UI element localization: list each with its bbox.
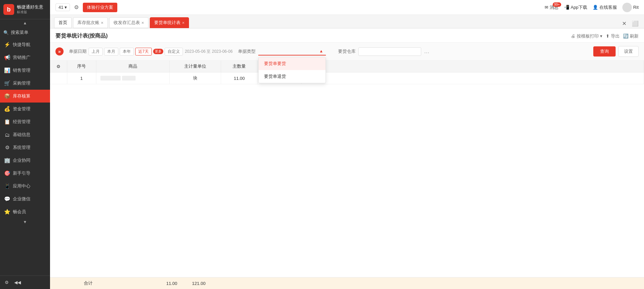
service-icon: 👤 — [593, 5, 598, 10]
table-header-row: ⚙ 序号 商品 主计量单位 主数量 零售金额 — [50, 61, 644, 72]
date-range-display: 2023-05-06 至 2023-06-06 — [185, 49, 233, 54]
dropdown-item-order-return[interactable]: 要货单退货 — [259, 70, 326, 83]
row-no: 1 — [67, 72, 96, 84]
sidebar-item-label: 企业微信 — [13, 196, 30, 202]
warehouse-more-btn[interactable]: … — [424, 48, 429, 54]
sidebar-item-label: 采购管理 — [13, 80, 30, 86]
sidebar-item-inventory[interactable]: 📦 库存核算 — [0, 90, 50, 103]
date-btn-last-7-days[interactable]: 近7天 — [135, 48, 152, 55]
sidebar-item-operations[interactable]: 📋 经营管理 — [0, 115, 50, 128]
sidebar-search[interactable]: 🔍 搜索菜单 — [0, 27, 50, 38]
print-label: 按模板打印 — [577, 33, 599, 39]
user-profile[interactable]: Rit — [622, 3, 639, 12]
wechat-icon: 💬 — [4, 196, 10, 202]
tab-home[interactable]: 首页 — [54, 17, 72, 28]
table-container: ⚙ 序号 商品 主计量单位 主数量 零售金额 1 — [50, 61, 644, 277]
sidebar-item-guide[interactable]: 🎯 新手引导 — [0, 167, 50, 180]
settings-button[interactable]: 设置 — [618, 46, 639, 57]
query-button[interactable]: 查询 — [593, 46, 616, 57]
close-tab-action[interactable]: ✕ — [621, 19, 628, 28]
brand-sub: 标准版 — [17, 10, 43, 15]
footer-label: 合计 — [84, 281, 93, 286]
sidebar-item-label: 企业协同 — [13, 157, 30, 163]
sidebar-item-quick-nav[interactable]: ⚡ 快捷导航 — [0, 38, 50, 51]
sidebar-item-label: 资金管理 — [13, 106, 30, 112]
date-btn-last-month[interactable]: 上月 — [89, 48, 103, 55]
close-tab-order-summary[interactable]: ✕ — [182, 21, 185, 25]
sidebar-item-label: 新手引导 — [13, 170, 30, 176]
sidebar-item-label: 基础信息 — [13, 132, 30, 138]
page-header: 要货单统计表(按商品) 🖨 按模板打印 ▾ ⬆ 导出 🔄 刷新 — [50, 28, 644, 43]
tab-batch-account[interactable]: 库存批次账 ✕ — [73, 17, 108, 28]
org-selector[interactable]: 41 ▾ — [55, 3, 70, 11]
refresh-button[interactable]: 🔄 刷新 — [623, 33, 639, 39]
filter-toggle-btn[interactable]: » — [55, 47, 64, 55]
sidebar-item-system[interactable]: ⚙ 系统管理 — [0, 141, 50, 154]
app-download-action[interactable]: 📲 App下载 — [564, 4, 587, 10]
sidebar-item-basic[interactable]: 🗂 基础信息 — [0, 128, 50, 141]
col-settings[interactable]: ⚙ — [50, 61, 67, 72]
trial-button[interactable]: 体验行业方案 — [83, 3, 117, 12]
tab-order-summary-label: 要货单统计表 — [154, 20, 181, 26]
page-title: 要货单统计表(按商品) — [55, 32, 108, 40]
system-icon: ⚙ — [4, 144, 10, 151]
print-button[interactable]: 🖨 按模板打印 ▾ — [571, 33, 602, 39]
refresh-label: 刷新 — [630, 33, 639, 39]
tab-receive-summary-label: 收发存汇总表 — [114, 20, 140, 26]
warehouse-input[interactable] — [358, 47, 421, 56]
sidebar: b 畅捷通好生意 标准版 ▲ 🔍 搜索菜单 ⚡ 快捷导航 📢 营销推广 📊 销售… — [0, 0, 50, 289]
header-settings-icon[interactable]: ⚙ — [74, 4, 79, 10]
sidebar-collapse-btn[interactable]: ◀◀ — [13, 279, 22, 286]
close-tab-receive-summary[interactable]: ✕ — [141, 21, 144, 25]
close-tab-batch-account[interactable]: ✕ — [101, 21, 103, 25]
sidebar-logo: b 畅捷通好生意 标准版 — [0, 0, 50, 19]
sidebar-item-label: 库存核算 — [13, 93, 30, 99]
sidebar-item-finance[interactable]: 💰 资金管理 — [0, 103, 50, 115]
dropdown-item-order-goods[interactable]: 要货单要货 — [259, 57, 326, 70]
sidebar-item-wechat[interactable]: 💬 企业微信 — [0, 193, 50, 205]
type-select[interactable]: ▲ — [258, 47, 326, 55]
org-name: 41 — [58, 5, 63, 10]
basic-icon: 🗂 — [4, 132, 10, 138]
print-icon: 🖨 — [571, 34, 575, 39]
sidebar-settings-btn[interactable]: ⚙ — [3, 279, 10, 286]
sidebar-scroll-up[interactable]: ▲ — [0, 19, 50, 27]
tab-bar: 首页 库存批次账 ✕ 收发存汇总表 ✕ 要货单统计表 ✕ ✕ ⬜ — [50, 15, 644, 28]
maximize-tab-action[interactable]: ⬜ — [630, 19, 640, 28]
date-filter-label: 单据日期 — [69, 48, 87, 54]
appstore-icon: 📱 — [4, 183, 10, 189]
sidebar-scroll-down[interactable]: ▼ — [0, 218, 50, 226]
tab-receive-summary[interactable]: 收发存汇总表 ✕ — [109, 17, 148, 28]
sidebar-item-label: 快捷导航 — [13, 42, 30, 48]
export-button[interactable]: ⬆ 导出 — [606, 33, 620, 39]
header-right: ✉ 消息 99+ 📲 App下载 👤 在线客服 Rit — [545, 3, 639, 12]
sidebar-item-marketing[interactable]: 📢 营销推广 — [0, 51, 50, 64]
download-icon: 📲 — [564, 5, 569, 10]
page-header-actions: 🖨 按模板打印 ▾ ⬆ 导出 🔄 刷新 — [571, 33, 639, 39]
col-unit: 主计量单位 — [170, 61, 221, 72]
tab-home-label: 首页 — [58, 20, 67, 26]
export-label: 导出 — [611, 33, 620, 39]
col-no: 序号 — [67, 61, 96, 72]
message-badge: 99+ — [553, 2, 561, 7]
online-service-action[interactable]: 👤 在线客服 — [593, 4, 617, 10]
col-product: 商品 — [96, 61, 170, 72]
app-logo-icon: b — [3, 4, 14, 15]
tab-order-summary[interactable]: 要货单统计表 ✕ — [150, 17, 189, 28]
message-action[interactable]: ✉ 消息 99+ — [545, 4, 558, 10]
row-extra — [302, 72, 644, 84]
sidebar-item-vip[interactable]: ⭐ 畅会员 — [0, 205, 50, 218]
row-product — [96, 72, 170, 84]
app-download-label: App下载 — [571, 4, 587, 10]
search-label: 搜索菜单 — [11, 29, 28, 36]
date-btn-custom[interactable]: 自定义 — [165, 48, 183, 55]
sidebar-item-enterprise[interactable]: 🏢 企业协同 — [0, 154, 50, 167]
operations-icon: 📋 — [4, 119, 10, 125]
sidebar-item-label: 系统管理 — [13, 144, 30, 151]
date-btn-this-month[interactable]: 本月 — [104, 48, 118, 55]
date-btn-this-year[interactable]: 本年 — [120, 48, 134, 55]
sidebar-item-appstore[interactable]: 📱 应用中心 — [0, 180, 50, 193]
sidebar-item-label: 经营管理 — [13, 119, 30, 125]
sidebar-item-purchase[interactable]: 🛒 采购管理 — [0, 77, 50, 90]
sidebar-item-sales[interactable]: 📊 销售管理 — [0, 64, 50, 77]
